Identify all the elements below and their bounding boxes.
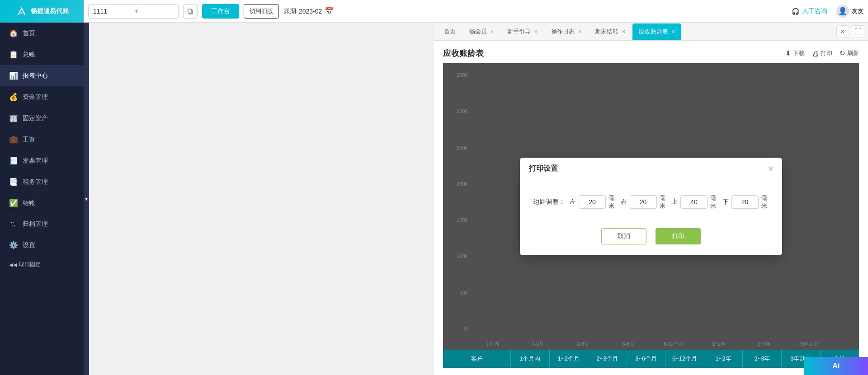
sidebar-item-tax[interactable]: 📑 税务管理 xyxy=(0,171,84,192)
archive-icon: 🗂 xyxy=(9,220,18,228)
margin-bottom-input[interactable] xyxy=(731,195,759,209)
tab-member[interactable]: 畅会员 × xyxy=(463,23,500,40)
sidebar-label-payroll: 工资 xyxy=(23,136,35,144)
col-6-12month: 6~12个月 xyxy=(665,350,704,368)
modal-overlay: 打印设置 × 边距调整： 左 毫米 xyxy=(443,63,859,350)
sidebar: 🏠 首页 📋 总账 📊 报表中心 💰 资金管理 🏢 固定资产 💼 工资 xyxy=(0,23,84,375)
confirm-print-button[interactable]: 打印 xyxy=(656,228,701,244)
sidebar-collapse-button[interactable]: ◀◀ 取消固定 xyxy=(0,256,84,273)
margin-right-input[interactable] xyxy=(630,195,657,209)
pin-icon: ◀◀ xyxy=(9,262,17,268)
page-toolbar: 应收账龄表 ⬇ 下载 🖨 打印 ↻ 刷新 xyxy=(443,48,859,59)
chart-area: 2500 2500 2500 2000 1500 1000 500 0 xyxy=(443,63,859,350)
sidebar-item-reports[interactable]: 📊 报表中心 xyxy=(0,65,84,86)
company-selector[interactable]: 1111 ▾ xyxy=(88,4,179,19)
calendar-icon[interactable]: 📅 xyxy=(325,7,334,15)
margin-row: 边距调整： 左 毫米 右 毫米 xyxy=(533,194,769,210)
collapse-label: 取消固定 xyxy=(19,261,41,268)
copy-button[interactable] xyxy=(183,4,198,19)
print-button[interactable]: 🖨 打印 xyxy=(812,49,832,57)
bottom-table-header: 客户 1个月内 1~2个月 2~3个月 3~6个月 6~12个月 1~2年 2~… xyxy=(443,350,859,368)
margin-right-group: 右 毫米 xyxy=(621,194,667,210)
main-layout: 🏠 首页 📋 总账 📊 报表中心 💰 资金管理 🏢 固定资产 💼 工资 xyxy=(0,23,868,375)
download-button[interactable]: ⬇ 下载 xyxy=(785,49,805,57)
user-area[interactable]: 👤 友友 xyxy=(836,5,863,18)
page-title: 应收账龄表 xyxy=(443,48,484,59)
top-unit-label: 毫米 xyxy=(710,194,718,210)
ledger-icon: 📋 xyxy=(9,50,18,59)
user-avatar: 👤 xyxy=(836,5,849,18)
sidebar-item-invoice[interactable]: 🧾 发票管理 xyxy=(0,150,84,171)
sidebar-item-ledger[interactable]: 📋 总账 xyxy=(0,44,84,65)
consult-label: 人工咨询 xyxy=(802,7,827,15)
sidebar-label-home: 首页 xyxy=(23,29,35,38)
refresh-label: 刷新 xyxy=(847,49,859,57)
print-icon: 🖨 xyxy=(812,50,819,57)
tab-period-end-label: 期末结转 xyxy=(595,28,618,36)
avatar-icon: 👤 xyxy=(838,7,847,15)
margin-label: 边距调整： xyxy=(533,198,565,206)
content-area: 首页 畅会员 × 新手引导 × 操作日志 × 期末结转 × 应收账龄表 × xyxy=(434,23,868,375)
settings-icon: ⚙️ xyxy=(9,241,18,249)
tab-log[interactable]: 操作日志 × xyxy=(545,23,588,40)
sidebar-label-settings: 设置 xyxy=(23,241,35,249)
col-customer: 客户 xyxy=(443,350,511,368)
right-unit-label: 毫米 xyxy=(660,194,667,210)
tab-ar-aging-label: 应收账龄表 xyxy=(639,28,668,36)
sidebar-item-assets[interactable]: 🏢 固定资产 xyxy=(0,108,84,129)
app-name: 畅捷通易代账 xyxy=(31,7,69,15)
margin-left-input[interactable] xyxy=(579,195,606,209)
cancel-button[interactable]: 取消 xyxy=(601,228,646,244)
user-name: 友友 xyxy=(852,7,863,15)
left-unit-label: 毫米 xyxy=(609,194,616,210)
margin-bottom-group: 下 毫米 xyxy=(722,194,769,210)
margin-top-group: 上 毫米 xyxy=(671,194,718,210)
close-account-icon: ✅ xyxy=(9,199,18,207)
ai-assistant-bar[interactable]: Ai xyxy=(804,357,868,375)
sidebar-label-invoice: 发票管理 xyxy=(23,157,48,165)
sidebar-scroll[interactable]: ▼ xyxy=(84,23,89,375)
close-all-tabs-button[interactable]: × xyxy=(836,25,849,38)
tab-guide[interactable]: 新手引导 × xyxy=(501,23,544,40)
dialog-footer: 取消 打印 xyxy=(520,224,782,255)
tab-ar-aging-close-icon[interactable]: × xyxy=(672,29,675,34)
tab-period-end-close-icon[interactable]: × xyxy=(622,29,625,34)
refresh-button[interactable]: ↻ 刷新 xyxy=(840,49,859,57)
dialog-close-button[interactable]: × xyxy=(768,165,773,173)
sidebar-label-reports: 报表中心 xyxy=(23,72,48,80)
home-icon: 🏠 xyxy=(9,29,18,38)
fullscreen-button[interactable]: ⛶ xyxy=(852,25,864,38)
switch-version-button[interactable]: 切到旧版 xyxy=(244,4,279,19)
sidebar-label-close: 结账 xyxy=(23,199,35,207)
sidebar-item-payroll[interactable]: 💼 工资 xyxy=(0,129,84,150)
top-header: 畅捷通易代账 1111 ▾ 工作台 切到旧版 账期 2023-02 📅 🎧 人工… xyxy=(0,0,868,23)
tab-guide-label: 新手引导 xyxy=(507,28,531,36)
tab-home[interactable]: 首页 xyxy=(438,23,462,40)
tax-icon: 📑 xyxy=(9,178,18,186)
tab-log-label: 操作日志 xyxy=(551,28,575,36)
svg-rect-1 xyxy=(188,9,192,13)
tab-actions: × ⛶ xyxy=(836,25,864,38)
consult-button[interactable]: 🎧 人工咨询 xyxy=(792,7,827,15)
tab-guide-close-icon[interactable]: × xyxy=(534,29,538,34)
payroll-icon: 💼 xyxy=(9,135,18,144)
sidebar-label-funds: 资金管理 xyxy=(23,93,48,101)
sidebar-item-close[interactable]: ✅ 结账 xyxy=(0,192,84,214)
tab-member-label: 畅会员 xyxy=(469,28,487,36)
sidebar-item-home[interactable]: 🏠 首页 xyxy=(0,23,84,44)
col-2-3month: 2~3个月 xyxy=(588,350,627,368)
tab-log-close-icon[interactable]: × xyxy=(578,29,581,34)
margin-top-input[interactable] xyxy=(680,195,708,209)
tab-period-end[interactable]: 期末结转 × xyxy=(589,23,632,40)
tab-member-close-icon[interactable]: × xyxy=(491,29,494,34)
col-1-2month: 1~2个月 xyxy=(550,350,589,368)
print-settings-dialog: 打印设置 × 边距调整： 左 毫米 xyxy=(520,158,782,255)
invoice-icon: 🧾 xyxy=(9,156,18,165)
tab-ar-aging[interactable]: 应收账龄表 × xyxy=(632,23,681,40)
sidebar-item-settings[interactable]: ⚙️ 设置 xyxy=(0,234,84,256)
sidebar-item-funds[interactable]: 💰 资金管理 xyxy=(0,86,84,108)
download-icon: ⬇ xyxy=(785,49,791,57)
workbench-button[interactable]: 工作台 xyxy=(202,4,239,19)
sidebar-label-tax: 税务管理 xyxy=(23,178,48,186)
sidebar-item-archive[interactable]: 🗂 归档管理 xyxy=(0,214,84,234)
